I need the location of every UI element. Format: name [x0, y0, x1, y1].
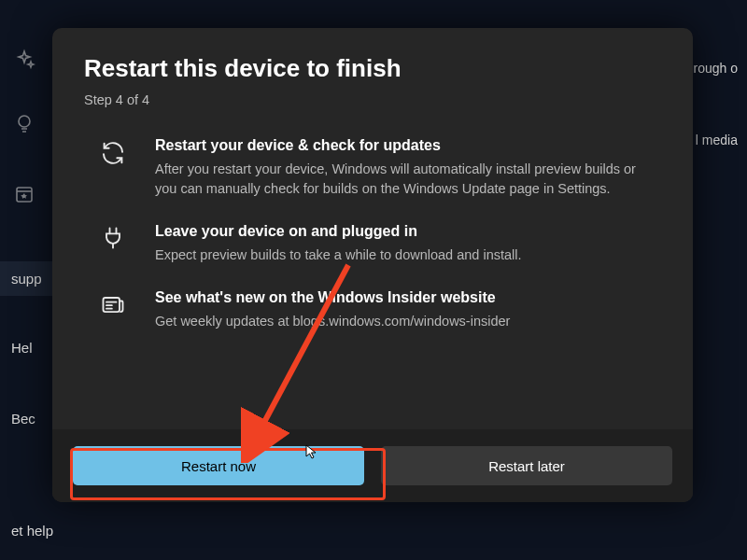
- bg-text: rough o: [694, 61, 738, 76]
- row-body: After you restart your device, Windows w…: [155, 160, 661, 199]
- sidebar-item[interactable]: Hel: [0, 330, 44, 365]
- info-row-power: Leave your device on and plugged in Expe…: [93, 223, 661, 265]
- step-indicator: Step 4 of 4: [84, 92, 661, 107]
- plug-icon: [93, 223, 133, 265]
- row-body: Get weekly updates at blogs.windows.com/…: [155, 312, 510, 331]
- dialog-body: Restart your device & check for updates …: [52, 115, 693, 429]
- news-icon: [93, 289, 133, 331]
- sparkle-icon: [13, 49, 35, 71]
- restart-now-button[interactable]: Restart now: [73, 446, 364, 485]
- row-heading: Restart your device & check for updates: [155, 137, 661, 154]
- restart-dialog: Restart this device to finish Step 4 of …: [52, 28, 693, 502]
- row-heading: Leave your device on and plugged in: [155, 223, 522, 240]
- row-body: Expect preview builds to take a while to…: [155, 245, 522, 265]
- refresh-icon: [93, 137, 133, 199]
- info-row-restart: Restart your device & check for updates …: [93, 137, 661, 199]
- row-heading: See what's new on the Windows Insider we…: [155, 289, 510, 306]
- dialog-title: Restart this device to finish: [84, 54, 661, 83]
- calendar-star-icon: [13, 183, 35, 205]
- bg-text: l media: [696, 133, 738, 147]
- dialog-footer: Restart now Restart later: [52, 429, 693, 502]
- get-help-link[interactable]: et help: [0, 513, 64, 548]
- lightbulb-icon: [13, 112, 35, 134]
- sidebar-item[interactable]: Bec: [0, 401, 47, 436]
- svg-point-0: [19, 116, 30, 127]
- info-row-news: See what's new on the Windows Insider we…: [93, 289, 661, 331]
- restart-later-button[interactable]: Restart later: [381, 446, 672, 485]
